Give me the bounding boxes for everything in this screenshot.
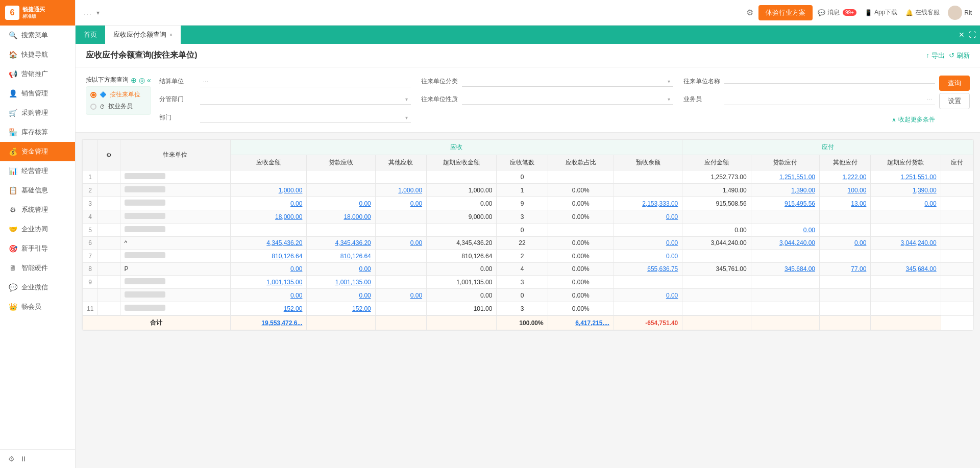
- row-other-receivable[interactable]: [375, 250, 426, 263]
- row-overdue-payable[interactable]: 1,251,551.00: [871, 170, 941, 184]
- sidebar-item-wechat[interactable]: 💬 企业微信: [0, 278, 75, 297]
- row-partner[interactable]: [120, 276, 230, 289]
- row-prepayment[interactable]: 0.00: [614, 250, 682, 263]
- row-partner[interactable]: [120, 302, 230, 316]
- collapse-icon[interactable]: ⏸: [20, 455, 27, 463]
- row-overdue-payable[interactable]: [871, 210, 941, 224]
- row-other-payable[interactable]: 77.00: [820, 263, 871, 276]
- sidebar-item-hardware[interactable]: 🖥 智能硬件: [0, 258, 75, 278]
- row-prepayment[interactable]: [614, 302, 682, 316]
- row-loan-receivable[interactable]: 4,345,436.20: [307, 237, 375, 250]
- row-overdue-payable[interactable]: 1,390.00: [871, 184, 941, 197]
- col-settings[interactable]: ⚙: [98, 140, 120, 170]
- sidebar-item-system[interactable]: ⚙ 系统管理: [0, 200, 75, 219]
- row-other-receivable[interactable]: [375, 170, 426, 184]
- row-receivable-amount[interactable]: 1,001,135.00: [230, 276, 307, 289]
- row-other-receivable[interactable]: [375, 276, 426, 289]
- row-prepayment[interactable]: 655,636.75: [614, 263, 682, 276]
- row-receivable-amount[interactable]: 152.00: [230, 302, 307, 316]
- row-other-payable[interactable]: 13.00: [820, 197, 871, 210]
- row-receivable-amount[interactable]: 0.00: [230, 197, 307, 210]
- row-prepayment[interactable]: [614, 276, 682, 289]
- row-other-receivable[interactable]: [375, 210, 426, 224]
- sidebar-item-marketing[interactable]: 📢 营销推广: [0, 64, 75, 84]
- sidebar-item-finance[interactable]: 💰 资金管理: [0, 142, 75, 161]
- row-other-receivable[interactable]: 0.00: [375, 237, 426, 250]
- partner-name-input[interactable]: [724, 79, 935, 84]
- row-other-payable[interactable]: [820, 276, 871, 289]
- row-loan-receivable[interactable]: [307, 170, 375, 184]
- edit-scheme-icon[interactable]: ◎: [139, 76, 145, 84]
- row-prepayment[interactable]: 2,153,333.00: [614, 197, 682, 210]
- row-loan-receivable[interactable]: [307, 224, 375, 237]
- row-other-payable[interactable]: [820, 302, 871, 316]
- row-prepayment[interactable]: 0.00: [614, 210, 682, 224]
- sidebar-item-purchase[interactable]: 🛒 采购管理: [0, 103, 75, 122]
- footer-prepayment[interactable]: 6,417,215....: [548, 315, 614, 330]
- option-by-salesperson[interactable]: ⏱ 按业务员: [90, 101, 146, 112]
- settlement-unit-input[interactable]: ···: [200, 76, 411, 87]
- row-loan-receivable[interactable]: 0.00: [307, 263, 375, 276]
- row-partner[interactable]: [120, 170, 230, 184]
- tab-maximize-icon[interactable]: ⛶: [969, 31, 976, 39]
- row-loan-receivable[interactable]: 1,001,135.00: [307, 276, 375, 289]
- row-other-receivable[interactable]: 0.00: [375, 197, 426, 210]
- department-input[interactable]: ▾: [200, 113, 411, 123]
- row-loan-receivable[interactable]: 18,000.00: [307, 210, 375, 224]
- row-partner[interactable]: [120, 184, 230, 197]
- row-loan-payable[interactable]: [751, 302, 819, 316]
- row-loan-payable[interactable]: 1,390.00: [751, 184, 819, 197]
- sidebar-item-cooperation[interactable]: 🤝 企业协同: [0, 219, 75, 239]
- row-loan-payable[interactable]: 3,044,240.00: [751, 237, 819, 250]
- row-other-payable[interactable]: [820, 210, 871, 224]
- sidebar-item-operations[interactable]: 📊 经营管理: [0, 161, 75, 181]
- collapse-scheme-icon[interactable]: «: [147, 76, 151, 84]
- row-partner[interactable]: [120, 289, 230, 302]
- setting-button[interactable]: 设置: [939, 93, 970, 109]
- row-other-receivable[interactable]: [375, 224, 426, 237]
- footer-receivable-amount[interactable]: 19,553,472,6...: [230, 315, 307, 330]
- row-receivable-amount[interactable]: 810,126.64: [230, 250, 307, 263]
- row-partner[interactable]: ^: [120, 237, 230, 250]
- sidebar-item-sales[interactable]: 👤 销售管理: [0, 84, 75, 103]
- row-other-payable[interactable]: [820, 250, 871, 263]
- row-loan-receivable[interactable]: 810,126.64: [307, 250, 375, 263]
- industry-plan-button[interactable]: 体验行业方案: [758, 5, 813, 20]
- row-receivable-amount[interactable]: [230, 224, 307, 237]
- row-overdue-payable[interactable]: [871, 224, 941, 237]
- export-button[interactable]: ↑ 导出: [926, 51, 945, 60]
- user-avatar[interactable]: Rit: [948, 6, 972, 20]
- row-overdue-payable[interactable]: [871, 276, 941, 289]
- sidebar-item-guide[interactable]: 🎯 新手引导: [0, 239, 75, 258]
- row-prepayment[interactable]: [614, 170, 682, 184]
- row-prepayment[interactable]: [614, 184, 682, 197]
- row-partner[interactable]: [120, 224, 230, 237]
- row-other-receivable[interactable]: [375, 302, 426, 316]
- row-partner[interactable]: P: [120, 263, 230, 276]
- sidebar-item-member[interactable]: 👑 畅会员: [0, 297, 75, 316]
- row-loan-payable[interactable]: [751, 289, 819, 302]
- tab-receivable-query[interactable]: 应收应付余额查询 ×: [105, 26, 181, 44]
- row-loan-receivable[interactable]: 0.00: [307, 197, 375, 210]
- tab-home[interactable]: 首页: [76, 26, 105, 44]
- salesperson-input[interactable]: ···: [724, 93, 935, 105]
- sidebar-item-basic[interactable]: 📋 基础信息: [0, 181, 75, 200]
- query-button[interactable]: 查询: [939, 76, 970, 91]
- app-download-button[interactable]: 📱 App下载: [865, 8, 897, 17]
- row-receivable-amount[interactable]: 4,345,436.20: [230, 237, 307, 250]
- sidebar-item-quick-nav[interactable]: 🏠 快捷导航: [0, 45, 75, 64]
- row-loan-payable[interactable]: 915,495.56: [751, 197, 819, 210]
- row-receivable-amount[interactable]: 0.00: [230, 263, 307, 276]
- row-overdue-payable[interactable]: [871, 289, 941, 302]
- row-receivable-amount[interactable]: 1,000.00: [230, 184, 307, 197]
- row-overdue-payable[interactable]: [871, 302, 941, 316]
- tab-close-window-icon[interactable]: ✕: [959, 31, 965, 39]
- row-partner[interactable]: [120, 210, 230, 224]
- row-other-receivable[interactable]: 0.00: [375, 289, 426, 302]
- row-overdue-payable[interactable]: 0.00: [871, 197, 941, 210]
- row-other-payable[interactable]: 0.00: [820, 237, 871, 250]
- row-loan-payable[interactable]: 1,251,551.00: [751, 170, 819, 184]
- online-service-button[interactable]: 🔔 在线客服: [905, 8, 940, 17]
- partner-category-input[interactable]: ▾: [462, 77, 673, 87]
- settings-icon[interactable]: ⚙: [746, 8, 753, 17]
